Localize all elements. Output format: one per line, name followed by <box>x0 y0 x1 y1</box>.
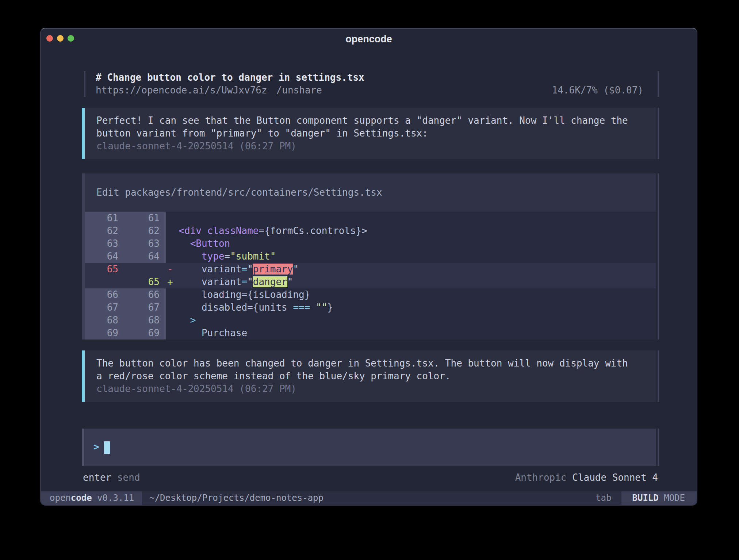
diff-code-line: Purchase <box>166 327 656 340</box>
share-url: https://opencode.ai/s/UwJxv76z <box>96 84 267 97</box>
diff-line-number-new: 65 <box>121 276 166 288</box>
diff-code-line <box>166 212 656 225</box>
diff-code-line: <Button <box>166 237 656 250</box>
code-token: danger <box>253 276 287 287</box>
code-token <box>167 251 202 262</box>
diff-code-line: <div className={formCs.controls}> <box>166 225 656 237</box>
code-token: = <box>225 251 230 262</box>
diff-row: 6767 disabled={units === ""} <box>85 301 656 314</box>
prompt-input[interactable]: > <box>82 429 656 466</box>
code-token <box>167 225 179 236</box>
code-token: variant <box>173 264 242 275</box>
diff-row: 6666 loading={isLoading} <box>85 288 656 301</box>
assistant-message: Perfect! I can see that the Button compo… <box>82 108 656 159</box>
mode-name: BUILD <box>632 493 659 503</box>
code-token <box>310 302 316 313</box>
message-model-meta: claude-sonnet-4-20250514 (06:27 PM) <box>96 383 642 395</box>
diff-code-line: disabled={units === ""} <box>166 301 656 314</box>
diff-row: 6969 Purchase <box>85 327 656 340</box>
code-token: = <box>242 276 248 287</box>
code-token: "submit" <box>230 251 276 262</box>
code-token <box>167 238 190 249</box>
message-model-meta: claude-sonnet-4-20250514 (06:27 PM) <box>96 140 642 153</box>
diff-code-line: > <box>166 314 656 327</box>
diff-code-line: loading={isLoading} <box>166 288 656 301</box>
unshare-command[interactable]: /unshare <box>276 84 322 97</box>
assistant-message: The button color has been changed to dan… <box>82 350 656 402</box>
diff-row: 6262 <div className={formCs.controls}> <box>85 225 656 237</box>
app-name-code: code <box>71 493 92 503</box>
diff-code-line: - variant="primary" <box>166 263 656 276</box>
diff-line-number-old: 61 <box>85 212 121 225</box>
window-title: opencode <box>41 28 697 50</box>
edit-tool-panel: Edit packages/frontend/src/containers/Se… <box>82 173 656 340</box>
session-title: # Change button color to danger in setti… <box>96 71 656 84</box>
diff-line-number-new: 66 <box>121 288 166 301</box>
code-token: "" <box>316 302 327 313</box>
code-token: === <box>293 302 310 313</box>
session-subline: https://opencode.ai/s/UwJxv76z /unshare … <box>96 84 656 97</box>
footer-hints: enter send Anthropic Claude Sonnet 4 <box>83 471 656 484</box>
token-usage: 14.6K/7% ($0.07) <box>552 84 643 97</box>
app-window: opencode # Change button color to danger… <box>40 28 697 506</box>
diff-line-number-old: 65 <box>85 263 121 276</box>
diff-line-number-old: 63 <box>85 237 121 250</box>
text-cursor <box>104 441 110 454</box>
code-token: " <box>293 264 299 275</box>
code-token: variant <box>173 276 242 287</box>
status-bar: opencode v0.3.11 ~/Desktop/Projects/demo… <box>41 491 697 505</box>
diff-line-number-new: 67 <box>121 301 166 314</box>
diff-line-number-old: 68 <box>85 314 121 327</box>
code-token: ={formCs.controls}> <box>259 225 367 236</box>
diff-line-number-old: 67 <box>85 301 121 314</box>
code-token: disabled={units <box>167 302 293 313</box>
diff-line-number-old: 62 <box>85 225 121 237</box>
code-token: type <box>202 251 225 262</box>
provider-name: Anthropic <box>515 472 573 483</box>
code-token: " <box>287 276 293 287</box>
model-indicator: Anthropic Claude Sonnet 4 <box>515 471 658 484</box>
diff-row: 65+ variant="danger" <box>85 276 656 288</box>
code-token: " <box>247 264 253 275</box>
diff-line-number-new: 62 <box>121 225 166 237</box>
diff-line-number-old: 64 <box>85 250 121 263</box>
send-hint-label: send <box>111 471 140 484</box>
diff-line-number-new: 69 <box>121 327 166 340</box>
code-token <box>202 225 207 236</box>
code-token <box>167 315 190 326</box>
model-name: Claude Sonnet 4 <box>572 472 658 483</box>
code-token: } <box>327 302 333 313</box>
code-token: primary <box>253 264 293 275</box>
diff-row: 6363 <Button <box>85 237 656 250</box>
app-version-chip: opencode v0.3.11 <box>41 491 142 505</box>
code-token: loading={isLoading} <box>167 289 310 300</box>
diff-line-number-new: 61 <box>121 212 166 225</box>
diff-code-line: + variant="danger" <box>166 276 656 288</box>
diff-row: 6464 type="submit" <box>85 250 656 263</box>
mode-label: MODE <box>659 493 685 503</box>
tab-key-hint: tab <box>596 491 621 505</box>
diff-code-line: type="submit" <box>166 250 656 263</box>
diff-line-number-new: 68 <box>121 314 166 327</box>
code-token: <div <box>179 225 202 236</box>
titlebar: opencode <box>41 28 697 48</box>
diff-view: 61616262 <div className={formCs.controls… <box>85 212 656 340</box>
diff-line-number-new <box>121 263 166 276</box>
code-token: <Button <box>190 238 230 249</box>
diff-line-number-old <box>85 276 121 288</box>
session-header: # Change button color to danger in setti… <box>84 71 656 97</box>
diff-row: 6868 > <box>85 314 656 327</box>
code-token: > <box>190 315 196 326</box>
working-directory: ~/Desktop/Projects/demo-notes-app <box>142 491 323 505</box>
code-token: + <box>167 276 173 287</box>
diff-line-number-new: 63 <box>121 237 166 250</box>
message-text: Perfect! I can see that the Button compo… <box>96 114 642 140</box>
enter-key-hint: enter <box>83 471 111 484</box>
diff-row: 65- variant="primary" <box>85 263 656 276</box>
code-token: = <box>242 264 248 275</box>
diff-line-number-new: 64 <box>121 250 166 263</box>
edit-file-path: Edit packages/frontend/src/containers/Se… <box>85 173 656 212</box>
code-token: " <box>247 276 253 287</box>
prompt-chevron: > <box>93 441 99 452</box>
app-name-open: open <box>50 493 71 503</box>
